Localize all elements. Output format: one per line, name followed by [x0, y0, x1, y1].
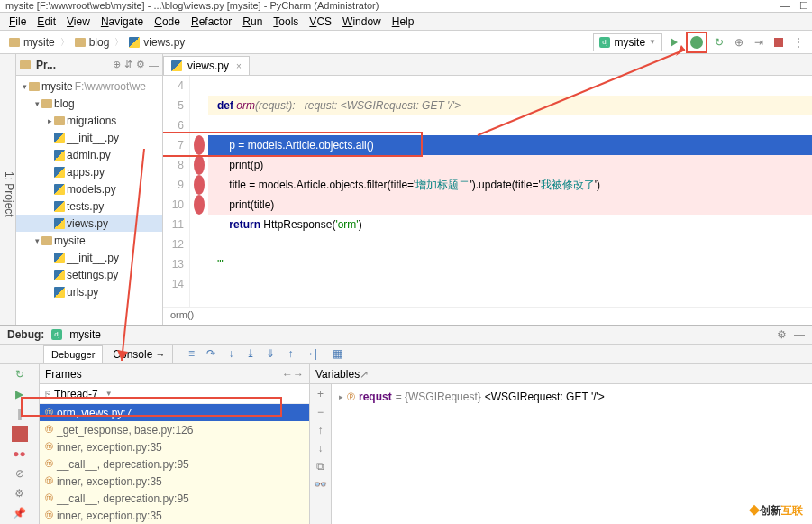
pin-button[interactable]: 📌	[12, 505, 28, 521]
add-watch-icon[interactable]: +	[317, 388, 324, 400]
step-into-icon[interactable]: ↓	[224, 347, 238, 362]
tree-item[interactable]: models.py	[16, 180, 162, 198]
show-execution-icon[interactable]: ≡	[184, 347, 198, 362]
stop-button[interactable]	[12, 426, 28, 442]
close-icon[interactable]: ×	[236, 61, 242, 71]
tree-item[interactable]: urls.py	[16, 283, 162, 300]
window-title: mysite [F:\wwwroot\web\mysite] - ...\blo…	[5, 0, 807, 11]
pause-button[interactable]: ‖	[12, 406, 28, 422]
hide-icon[interactable]: —	[149, 60, 159, 70]
tree-item[interactable]: ▾mysite	[16, 232, 162, 249]
gear-icon[interactable]: ⚙	[777, 328, 787, 341]
frame-row[interactable]: ⓜ_get_response, base.py:126	[40, 421, 309, 438]
profile-button[interactable]: ⊕	[731, 34, 747, 51]
tree-item[interactable]: views.py	[16, 215, 162, 232]
project-tool-button[interactable]: 1: Project	[0, 54, 16, 325]
menu-help[interactable]: Help	[387, 14, 420, 30]
tree-item[interactable]: __init__.py	[16, 249, 162, 266]
frame-row[interactable]: ⓜ__call__, deprecation.py:95	[40, 455, 309, 473]
mute-breakpoints-button[interactable]: ⊘	[12, 465, 28, 482]
breadcrumb-views[interactable]: views.py	[125, 34, 188, 51]
evaluate-icon[interactable]: ▦	[330, 347, 344, 362]
tree-item[interactable]: __init__.py	[16, 129, 162, 146]
breakpoint-icon[interactable]	[194, 155, 205, 175]
tree-item[interactable]: tests.py	[16, 198, 162, 215]
next-frame-icon[interactable]: →	[293, 368, 304, 381]
frame-row[interactable]: ⓜinner, exception.py:35	[40, 473, 309, 490]
project-tree[interactable]: ▾mysiteF:\wwwroot\we▾blog▸migrations__in…	[16, 76, 162, 325]
view-breakpoints-button[interactable]: ●●	[12, 446, 28, 462]
settings-button[interactable]: ⚙	[12, 485, 28, 501]
up-icon[interactable]: ↑	[318, 424, 324, 437]
watermark: ◆创新互联	[749, 502, 803, 519]
debug-label: Debug:	[7, 328, 44, 341]
line-gutter[interactable]: 4567891011121314	[163, 76, 190, 307]
step-into-my-icon[interactable]: ⤓	[243, 347, 258, 362]
menu-view[interactable]: View	[61, 14, 96, 30]
breakpoint-icon[interactable]	[194, 135, 205, 155]
collapse-icon[interactable]: ⇵	[124, 59, 132, 70]
run-config-selector[interactable]: dj mysite ▼	[593, 33, 662, 51]
gear-icon[interactable]: ⚙	[136, 59, 145, 70]
run-to-cursor-icon[interactable]: →|	[303, 347, 317, 362]
tab-debugger[interactable]: Debugger	[43, 345, 103, 363]
menu-refactor[interactable]: Refactor	[186, 14, 237, 30]
breakpoint-icon[interactable]	[194, 175, 205, 195]
down-icon[interactable]: ↓	[318, 442, 324, 455]
step-out-icon[interactable]: ↑	[283, 347, 297, 362]
resume-button[interactable]: ▶	[12, 386, 28, 402]
menu-navigate[interactable]: Navigate	[96, 14, 149, 30]
breakpoint-gutter[interactable]	[190, 76, 208, 307]
menu-file[interactable]: File	[4, 14, 32, 30]
bug-icon	[690, 36, 703, 49]
menu-window[interactable]: Window	[337, 14, 387, 30]
breadcrumb-blog[interactable]: blog	[71, 34, 114, 51]
tree-item[interactable]: settings.py	[16, 266, 162, 283]
frames-list[interactable]: ⓜorm, views.py:7ⓜ_get_response, base.py:…	[40, 404, 309, 524]
hide-icon[interactable]: —	[794, 328, 805, 341]
menu-vcs[interactable]: VCS	[304, 14, 337, 30]
frame-row[interactable]: ⓜinner, exception.py:35	[40, 507, 309, 524]
menu-run[interactable]: Run	[237, 14, 268, 30]
menu-code[interactable]: Code	[149, 14, 186, 30]
maximize-icon[interactable]: ☐	[799, 0, 809, 12]
tab-console[interactable]: Console →	[105, 345, 173, 363]
breadcrumb-mysite[interactable]: mysite	[5, 34, 59, 51]
attach-button[interactable]: ⇥	[751, 34, 767, 51]
force-step-icon[interactable]: ⇓	[263, 347, 278, 362]
menu-tools[interactable]: Tools	[268, 14, 304, 30]
run-button[interactable]	[666, 34, 682, 51]
code-breadcrumb[interactable]: orm()	[163, 307, 812, 325]
restore-icon[interactable]: ↗	[360, 368, 369, 381]
folder-icon	[75, 38, 86, 47]
more-button[interactable]: ⋮	[790, 34, 807, 51]
glasses-icon[interactable]: 👓	[314, 478, 327, 491]
variables-tree[interactable]: ▸ ⓟ requst = {WSGIRequest} <WSGIRequest:…	[332, 384, 812, 524]
tree-item[interactable]: admin.py	[16, 146, 162, 163]
minimize-icon[interactable]: —	[780, 0, 790, 12]
frame-row[interactable]: ⓜ__call__, deprecation.py:95	[40, 490, 309, 507]
rerun-button[interactable]: ↻	[12, 366, 28, 382]
frame-row[interactable]: ⓜorm, views.py:7	[40, 404, 309, 421]
step-over-icon[interactable]: ↷	[204, 347, 218, 362]
remove-watch-icon[interactable]: −	[317, 406, 324, 418]
target-icon[interactable]: ⊕	[113, 59, 121, 70]
tree-item[interactable]: ▾mysiteF:\wwwroot\we	[16, 78, 162, 95]
prev-frame-icon[interactable]: ←	[282, 368, 293, 381]
debug-config-name: mysite	[69, 328, 101, 341]
tree-item[interactable]: ▾blog	[16, 95, 162, 112]
stop-button[interactable]	[771, 34, 787, 51]
debug-button[interactable]	[689, 34, 705, 51]
thread-selector[interactable]: ⎘ Thread-7 ▼	[40, 384, 309, 404]
copy-icon[interactable]: ⧉	[316, 460, 324, 473]
menu-edit[interactable]: Edit	[32, 14, 61, 30]
editor-tab-views[interactable]: views.py ×	[163, 56, 250, 75]
tree-item[interactable]: ▸migrations	[16, 112, 162, 129]
coverage-button[interactable]: ↻	[711, 34, 727, 51]
frame-row[interactable]: ⓜinner, exception.py:35	[40, 438, 309, 455]
tree-item[interactable]: apps.py	[16, 163, 162, 180]
breakpoint-icon[interactable]	[194, 195, 205, 215]
variables-panel: Variables ↗ + − ↑ ↓ ⧉ 👓 ▸ ⓟ requst	[310, 364, 812, 524]
code-area[interactable]: def orm(requst): requst: <WSGIRequest: G…	[208, 76, 812, 307]
expand-icon[interactable]: ▸	[339, 392, 343, 401]
